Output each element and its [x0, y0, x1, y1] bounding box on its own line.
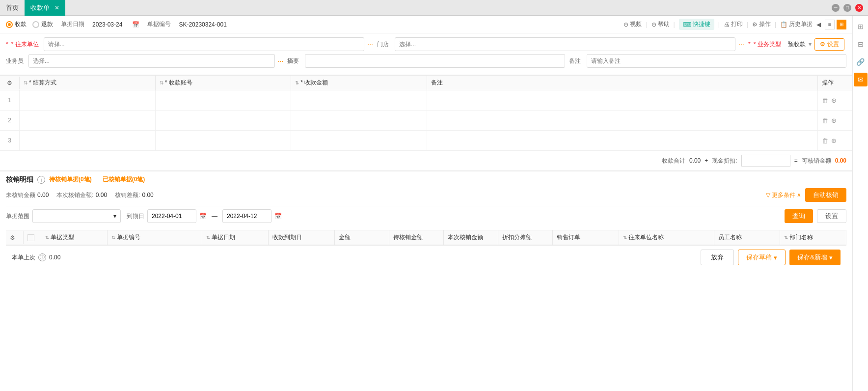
tab-home[interactable]: 首页: [0, 0, 25, 16]
radio-receipt-dot: [6, 21, 13, 28]
sidebar-icon-list[interactable]: ⊟: [854, 37, 868, 51]
nuclear-actions: ▽ 更多条件 ∧ 自动核销: [766, 188, 846, 202]
tab-bar: 首页 收款单 ✕ ─ □ ✕: [0, 0, 868, 16]
bth-gear: ⚙: [6, 231, 24, 244]
date-label: 单据日期: [61, 20, 84, 28]
row-actions-1: 🗑 ⊕: [818, 97, 852, 104]
store-input[interactable]: [395, 37, 735, 51]
footer: 本单上次 ⓘ 0.00 放弃 保存草稿 ▾ 保存&新增 ▾: [6, 245, 846, 269]
maximize-button[interactable]: □: [843, 4, 851, 12]
store-more-btn[interactable]: ···: [738, 40, 744, 48]
minimize-button[interactable]: ─: [832, 4, 840, 12]
td-amount-1[interactable]: [291, 90, 427, 110]
staff-input[interactable]: [28, 54, 275, 68]
date-from-input[interactable]: [147, 209, 196, 223]
discount-input[interactable]: [741, 155, 790, 167]
sidebar-icon-link[interactable]: 🔗: [854, 55, 868, 69]
date-to-input[interactable]: [222, 209, 271, 223]
sidebar-icon-table[interactable]: ⊞: [854, 20, 868, 33]
partner-input[interactable]: [44, 37, 365, 51]
td-account-3[interactable]: [156, 131, 292, 150]
td-account-2[interactable]: [156, 111, 292, 130]
calendar-to-icon[interactable]: 📅: [274, 213, 282, 220]
store-field: 门店 ···: [377, 37, 744, 51]
tab-close-icon[interactable]: ✕: [54, 4, 59, 11]
main-table: ⚙ ⇅ * 结算方式 ⇅ * 收款账号 ⇅ * 收款金额 备注: [0, 75, 852, 151]
table-header: ⚙ ⇅ * 结算方式 ⇅ * 收款账号 ⇅ * 收款金额 备注: [0, 75, 852, 90]
range-select[interactable]: ▾: [32, 209, 121, 223]
nav-prev-btn[interactable]: ◀: [816, 21, 821, 28]
biz-type-dropdown[interactable]: ▾: [809, 41, 812, 48]
td-note-1[interactable]: [427, 90, 818, 110]
bottom-table-gear-icon[interactable]: ⚙: [10, 234, 15, 241]
no-label: 单据编号: [147, 20, 171, 28]
bth-order: 销售订单: [553, 230, 619, 245]
td-num-2: 2: [0, 111, 20, 130]
right-sidebar: ⊞ ⊟ 🔗 ✉: [852, 16, 868, 391]
copy-row-1-icon[interactable]: ⊕: [831, 97, 837, 104]
td-note-2[interactable]: [427, 111, 818, 130]
copy-row-2-icon[interactable]: ⊕: [831, 117, 837, 124]
print-btn[interactable]: 🖨 打印: [724, 20, 743, 28]
calendar-from-icon[interactable]: 📅: [199, 213, 207, 220]
td-method-3[interactable]: [20, 131, 156, 150]
plus-sign: +: [705, 157, 708, 164]
stats-row: 未核销金额 0.00 本次核销金额: 0.00 核销差额: 0.00 ▽ 更多条…: [6, 188, 846, 202]
save-draft-button[interactable]: 保存草稿 ▾: [738, 250, 786, 265]
summary-input[interactable]: [305, 54, 565, 68]
setting-btn[interactable]: ⚙ 设置: [814, 38, 844, 51]
radio-refund[interactable]: 退款: [32, 20, 53, 28]
query-btn[interactable]: 查询: [785, 209, 813, 223]
more-filter-btn[interactable]: ▽ 更多条件 ∧: [766, 191, 801, 199]
radio-receipt[interactable]: 收款: [6, 20, 27, 28]
abandon-button[interactable]: 放弃: [701, 250, 734, 265]
td-method-1[interactable]: [20, 90, 156, 110]
nuclear-info-icon[interactable]: i: [37, 176, 45, 184]
filter-setting-btn[interactable]: 设置: [817, 209, 846, 223]
auto-verify-btn[interactable]: 自动核销: [805, 188, 846, 202]
save-new-button[interactable]: 保存&新增 ▾: [789, 250, 841, 265]
unchecked-label: 未核销金额: [6, 191, 35, 199]
td-amount-2[interactable]: [291, 111, 427, 130]
delete-row-3-icon[interactable]: 🗑: [822, 137, 828, 144]
unchecked-value: 0.00: [37, 192, 49, 198]
footer-info-icon[interactable]: ⓘ: [38, 253, 46, 261]
grid-view-icon[interactable]: ⊞: [837, 20, 846, 29]
list-view-icon[interactable]: ≡: [825, 20, 835, 29]
bth-type: ⇅ 单据类型: [41, 230, 108, 245]
save-draft-dropdown-icon: ▾: [774, 254, 777, 261]
video-btn[interactable]: ⊙ 视频: [624, 20, 642, 28]
bth-partner: ⇅ 往来单位名称: [619, 230, 714, 245]
history-btn[interactable]: 📋 历史单据: [780, 20, 813, 28]
calendar-icon[interactable]: 📅: [132, 21, 139, 28]
pending-tab[interactable]: 待核销单据(0笔): [49, 175, 92, 184]
bth-staff: 员工名称: [714, 230, 781, 245]
td-amount-3[interactable]: [291, 131, 427, 150]
select-all-checkbox[interactable]: [27, 234, 34, 241]
td-note-3[interactable]: [427, 131, 818, 150]
summary-field: 摘要: [287, 54, 565, 68]
staff-label: 业务员: [6, 57, 26, 65]
tab-receipt[interactable]: 收款单 ✕: [25, 0, 65, 16]
partner-more-btn[interactable]: ···: [367, 40, 373, 48]
td-account-1[interactable]: [156, 90, 292, 110]
remark-input[interactable]: [587, 54, 846, 68]
table-gear-icon[interactable]: ⚙: [7, 80, 12, 86]
operation-btn[interactable]: ⚙ 操作: [752, 20, 771, 28]
form-row-1: * * 往来单位 ··· 门店 ··· * * 业务类型 预收款 ▾ ⚙: [6, 37, 846, 51]
diff-value: 0.00: [142, 192, 153, 198]
close-button[interactable]: ✕: [855, 4, 863, 12]
done-tab[interactable]: 已核销单据(0笔): [103, 175, 145, 184]
copy-row-3-icon[interactable]: ⊕: [831, 137, 837, 144]
current-label: 本次核销金额:: [56, 191, 93, 199]
td-method-2[interactable]: [20, 111, 156, 130]
form-row-2: 业务员 ··· 摘要 备注: [6, 54, 846, 68]
shortcut-btn[interactable]: ⌨ 快捷键: [679, 19, 714, 30]
staff-more-btn[interactable]: ···: [278, 57, 284, 65]
main-wrapper: 收款 退款 单据日期 2023-03-24 📅 单据编号 SK-20230324…: [0, 16, 868, 391]
bth-pending: 待核销金额: [389, 230, 444, 245]
help-btn[interactable]: ⊙ 帮助: [651, 20, 670, 28]
sidebar-icon-message[interactable]: ✉: [854, 73, 868, 86]
delete-row-1-icon[interactable]: 🗑: [822, 97, 828, 104]
delete-row-2-icon[interactable]: 🗑: [822, 117, 828, 124]
